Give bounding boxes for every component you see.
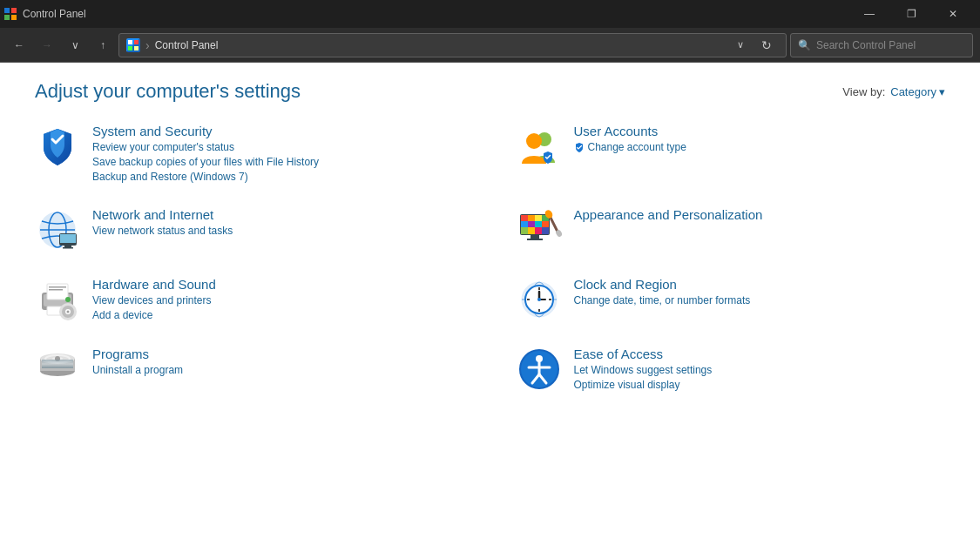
title-bar-text: Control Panel xyxy=(23,8,86,20)
programs-icon xyxy=(35,347,80,392)
category-item-network: Network and Internet View network status… xyxy=(35,207,464,252)
address-separator: › xyxy=(145,38,150,52)
minimize-button[interactable]: — xyxy=(849,0,889,28)
category-item-ease: Ease of Access Let Windows suggest setti… xyxy=(517,347,946,392)
forward-button[interactable]: → xyxy=(35,33,59,57)
svg-rect-29 xyxy=(535,227,542,234)
view-by-label: View by: xyxy=(842,85,885,98)
hardware-title[interactable]: Hardware and Sound xyxy=(92,277,216,292)
category-item-hardware: Hardware and Sound View devices and prin… xyxy=(35,277,464,322)
page-title: Adjust your computer's settings xyxy=(35,80,301,103)
clock-content: Clock and Region Change date, time, or n… xyxy=(574,277,751,306)
category-item-system-security: System and Security Review your computer… xyxy=(35,124,464,183)
svg-rect-26 xyxy=(542,221,549,227)
svg-rect-14 xyxy=(60,234,76,243)
svg-rect-1 xyxy=(11,8,17,13)
svg-rect-3 xyxy=(11,15,17,20)
network-icon xyxy=(35,207,80,252)
search-icon: 🔍 xyxy=(798,39,811,51)
svg-point-46 xyxy=(67,311,70,313)
system-security-icon xyxy=(35,124,80,169)
navigation-bar: ← → ∨ ↑ › Control Panel ∨ ↻ 🔍 Search Con… xyxy=(0,28,980,63)
view-by-value[interactable]: Category ▾ xyxy=(890,85,945,98)
system-security-content: System and Security Review your computer… xyxy=(92,124,319,183)
title-bar-left: Control Panel xyxy=(3,7,86,21)
svg-point-42 xyxy=(65,297,71,302)
programs-content: Programs Uninstall a program xyxy=(92,347,183,376)
programs-link-1[interactable]: Uninstall a program xyxy=(92,364,183,376)
main-content: Adjust your computer's settings View by:… xyxy=(0,63,980,552)
svg-rect-0 xyxy=(4,8,10,13)
page-header: Adjust your computer's settings View by:… xyxy=(35,80,945,103)
network-content: Network and Internet View network status… xyxy=(92,207,233,237)
svg-rect-19 xyxy=(521,215,528,221)
up-button[interactable]: ↑ xyxy=(91,33,115,57)
window-controls: — ❐ ✕ xyxy=(849,0,973,28)
category-item-clock: Clock and Region Change date, time, or n… xyxy=(517,277,946,322)
appearance-icon xyxy=(517,207,562,252)
hardware-icon xyxy=(35,277,80,322)
categories-grid: System and Security Review your computer… xyxy=(35,124,945,392)
ease-link-1[interactable]: Let Windows suggest settings xyxy=(574,364,713,376)
maximize-button[interactable]: ❐ xyxy=(891,0,931,28)
svg-rect-4 xyxy=(128,40,132,44)
svg-rect-39 xyxy=(49,286,66,288)
hardware-link-2[interactable]: Add a device xyxy=(92,309,216,321)
svg-rect-6 xyxy=(128,46,132,50)
system-security-link-3[interactable]: Backup and Restore (Windows 7) xyxy=(92,171,319,183)
address-text: Control Panel xyxy=(155,39,219,51)
svg-rect-31 xyxy=(531,235,539,239)
ease-icon xyxy=(517,347,562,392)
search-placeholder-text: Search Control Panel xyxy=(816,39,916,51)
svg-point-9 xyxy=(526,133,542,149)
svg-rect-30 xyxy=(542,227,549,234)
svg-rect-24 xyxy=(528,221,535,227)
svg-rect-2 xyxy=(4,15,10,20)
svg-rect-23 xyxy=(521,221,528,227)
svg-rect-28 xyxy=(528,227,535,234)
ease-link-2[interactable]: Optimize visual display xyxy=(574,379,713,391)
network-title[interactable]: Network and Internet xyxy=(92,207,233,222)
svg-rect-27 xyxy=(521,227,528,234)
hardware-content: Hardware and Sound View devices and prin… xyxy=(92,277,216,321)
svg-rect-15 xyxy=(64,246,71,247)
programs-title[interactable]: Programs xyxy=(92,347,183,361)
svg-rect-32 xyxy=(527,239,543,240)
svg-rect-21 xyxy=(535,215,542,221)
svg-rect-38 xyxy=(47,284,68,300)
category-item-appearance: Appearance and Personalization xyxy=(517,207,946,252)
app-icon xyxy=(3,7,17,21)
clock-icon xyxy=(517,277,562,322)
appearance-title[interactable]: Appearance and Personalization xyxy=(574,207,763,222)
user-accounts-link-1[interactable]: Change account type xyxy=(574,141,686,153)
refresh-button[interactable]: ↻ xyxy=(754,33,779,57)
network-link-1[interactable]: View network status and tasks xyxy=(92,225,233,237)
system-security-title[interactable]: System and Security xyxy=(92,124,319,138)
svg-rect-40 xyxy=(49,289,63,291)
category-item-user-accounts: User Accounts Change account type xyxy=(517,124,946,183)
category-item-programs: Programs Uninstall a program xyxy=(35,347,464,392)
user-accounts-icon xyxy=(517,124,562,169)
svg-rect-20 xyxy=(528,215,535,221)
clock-link-1[interactable]: Change date, time, or number formats xyxy=(574,294,751,306)
system-security-link-2[interactable]: Save backup copies of your files with Fi… xyxy=(92,156,319,168)
clock-title[interactable]: Clock and Region xyxy=(574,277,751,292)
close-button[interactable]: ✕ xyxy=(933,0,973,28)
system-security-link-1[interactable]: Review your computer's status xyxy=(92,141,319,153)
back-button[interactable]: ← xyxy=(7,33,31,57)
svg-rect-16 xyxy=(63,247,73,249)
search-box[interactable]: 🔍 Search Control Panel xyxy=(790,33,973,57)
svg-point-57 xyxy=(537,298,541,301)
address-dropdown-button[interactable]: ∨ xyxy=(732,33,749,57)
svg-rect-5 xyxy=(134,40,139,44)
user-accounts-title[interactable]: User Accounts xyxy=(574,124,686,138)
recent-locations-button[interactable]: ∨ xyxy=(63,33,87,57)
address-bar[interactable]: › Control Panel ∨ ↻ xyxy=(118,33,787,57)
ease-title[interactable]: Ease of Access xyxy=(574,347,713,361)
user-accounts-content: User Accounts Change account type xyxy=(574,124,686,153)
svg-rect-7 xyxy=(134,46,139,50)
svg-rect-25 xyxy=(535,221,542,227)
title-bar: Control Panel — ❐ ✕ xyxy=(0,0,980,28)
view-by-control: View by: Category ▾ xyxy=(842,85,945,98)
hardware-link-1[interactable]: View devices and printers xyxy=(92,294,216,306)
